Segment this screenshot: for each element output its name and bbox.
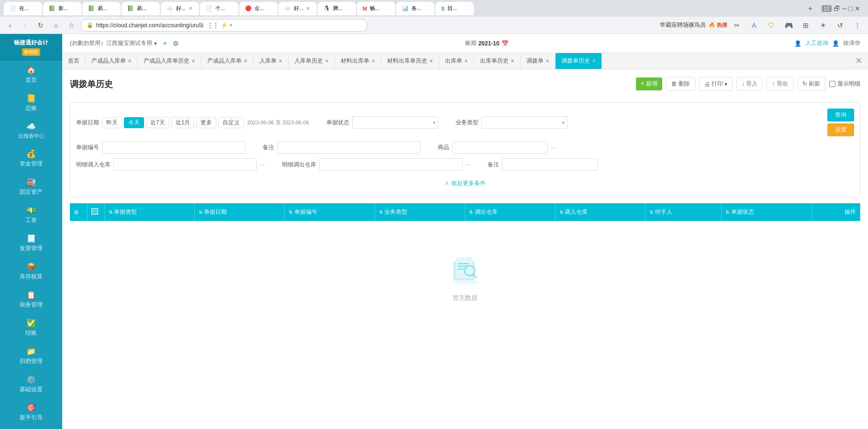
tab-close-8[interactable]: ✕ [306,6,310,11]
month-btn[interactable]: 近1月 [171,117,195,128]
browser-tab-3[interactable]: 📗 易... [82,2,121,15]
import-button[interactable]: ↓ 导入 [736,77,763,91]
tab-home[interactable]: 首页 [62,53,86,69]
window-icon[interactable]: 🗗 [834,5,840,12]
browser-tab-1[interactable]: 📄 在... [4,2,42,15]
custom-date-btn[interactable]: 自定义 [218,117,244,128]
undo-icon[interactable]: ↺ [834,19,847,32]
minimize-icon[interactable]: ─ [842,5,847,12]
browser-tab-8[interactable]: ☁️ 好... ✕ [278,2,317,15]
sort-out-warehouse-icon[interactable]: ⇅ [469,209,473,215]
today-btn[interactable]: 今天 [124,117,144,128]
goods-input[interactable] [452,141,548,154]
sort-biz-type-icon[interactable]: ⇅ [379,209,383,215]
filter-settings-button[interactable]: 设置 [827,123,854,136]
select-all-checkbox[interactable] [91,208,98,215]
tab-product-in2-close[interactable]: ✕ [244,58,247,64]
grid-icon[interactable]: ⊞ [799,19,812,32]
sort-bill-no-icon[interactable]: ⇅ [289,209,292,215]
tab-transfer[interactable]: 调拨单 ✕ [521,53,556,69]
export-button[interactable]: ↑ 导出 [767,77,793,91]
print-button[interactable]: 🖨 打印 ▾ [699,77,733,91]
tab-product-in-hist-close[interactable]: ✕ [191,58,195,64]
tab-in-hist-close[interactable]: ✕ [325,58,329,64]
tab-out-bill[interactable]: 出库单 ✕ [439,53,474,69]
new-tab-button[interactable]: + [804,3,816,14]
username[interactable]: 徐泽华 [843,39,860,47]
tab-in-bill[interactable]: 入库单 ✕ [254,53,289,69]
week-btn[interactable]: 近7天 [146,117,169,128]
th-check[interactable] [87,203,104,221]
close-browser-icon[interactable]: ✕ [855,5,860,12]
sidebar-item-ledger[interactable]: 📒 总账 [0,89,62,117]
company-selector[interactable]: (勿删勿禁用）江西服宝测试专用 ▾ [70,39,157,47]
tab-product-in-close[interactable]: ✕ [128,58,132,64]
browser-tab-6[interactable]: 📄 个... [200,2,238,15]
tab-out-hist[interactable]: 出库单历史 ✕ [474,53,521,69]
maximize-icon[interactable]: □ [849,5,853,12]
new-button[interactable]: + 新增 [636,77,662,90]
back-button[interactable]: ‹ [4,19,16,32]
collapse-button[interactable]: ∧ 收起更多条件 [445,177,485,189]
th-gear[interactable]: ⚙ [70,203,87,221]
sidebar-item-inventory[interactable]: 📦 库存核算 [0,257,62,286]
tab-material-out-hist-close[interactable]: ✕ [429,58,433,64]
bookmark-button[interactable]: ☆ [65,19,78,32]
refresh-button[interactable]: ↻ 刷新 [797,77,825,91]
show-all-checkbox[interactable] [829,81,835,87]
add-company-button[interactable]: + [163,39,167,48]
sidebar-item-member[interactable]: V 畅会员 [0,427,62,429]
warehouse-in-input[interactable] [113,158,257,171]
note-input[interactable] [502,158,598,171]
tab-in-bill-close[interactable]: ✕ [278,58,282,64]
home-button[interactable]: ⌂ [50,19,62,32]
warehouse-out-input[interactable] [319,158,463,171]
tab-product-in2[interactable]: 产成品入库单 ✕ [201,53,254,69]
shield-icon[interactable]: 🛡 [765,19,778,32]
tab-material-out-hist[interactable]: 材料出库单历史 ✕ [381,53,439,69]
cut-icon[interactable]: ✂ [730,19,744,32]
browser-tab-11[interactable]: 📊 各... [396,2,434,15]
forward-button[interactable]: › [19,19,32,32]
service-label[interactable]: 人工咨询 [805,39,828,47]
tab-material-out-close[interactable]: ✕ [371,58,375,64]
sort-handler-icon[interactable]: ⇅ [649,209,653,215]
warehouse-in-more-icon[interactable]: ··· [260,161,265,168]
tab-transfer-hist-close[interactable]: ✕ [592,58,596,64]
browser-tab-12[interactable]: S 目... [435,2,474,15]
remark-input[interactable] [277,141,421,154]
tab-out-bill-close[interactable]: ✕ [464,58,468,64]
game-icon[interactable]: 🎮 [782,19,795,32]
sidebar-item-invoice[interactable]: 🧾 发票管理 [0,229,62,257]
sidebar-item-settings[interactable]: ⚙️ 基础设置 [0,370,62,398]
browser-tab-10[interactable]: M 畅... [357,2,395,15]
tab-out-hist-close[interactable]: ✕ [511,58,514,64]
sidebar-item-fund[interactable]: 💰 资金管理 [0,144,62,173]
calendar-icon[interactable]: 📅 [501,40,509,47]
more-date-btn[interactable]: 更多 [196,117,216,128]
browser-tab-2[interactable]: 📗 新... [43,2,81,15]
warehouse-out-more-icon[interactable]: ··· [466,161,470,168]
sidebar-item-home[interactable]: 🏠 首页 [0,61,62,89]
sidebar-item-report[interactable]: ☁️ 云报表中心 [0,117,62,144]
address-input[interactable]: 🔒 https://cloud.chanjet.com/accounting/u… [80,19,367,32]
sidebar-item-asset[interactable]: 🏭 固定资产 [0,173,62,201]
tab-in-hist[interactable]: 入库单历史 ✕ [289,53,335,69]
sidebar-item-guide[interactable]: 🎯 新手引导 [0,398,62,427]
status-select[interactable] [352,116,438,129]
company-settings-icon[interactable]: ⚙ [173,40,179,47]
tab-product-in-hist[interactable]: 产成品入库单历史 ✕ [138,53,201,69]
reload-button[interactable]: ↻ [34,19,47,32]
tab-material-out[interactable]: 材料出库单 ✕ [335,53,381,69]
browser-tab-5[interactable]: ☁️ 好... ✕ [161,2,199,15]
sidebar-item-settle[interactable]: ✅ 结账 [0,314,62,342]
browser-tab-7[interactable]: 🔴 企... [239,2,278,15]
sidebar-item-tax[interactable]: 📋 税务管理 [0,286,62,314]
sort-icon[interactable]: ⇅ [109,209,112,215]
sidebar-item-archive[interactable]: 📁 归档管理 [0,342,62,370]
goods-more-icon[interactable]: ··· [551,144,556,151]
tab-transfer-close[interactable]: ✕ [545,58,549,64]
sort-in-warehouse-icon[interactable]: ⇅ [559,209,563,215]
yesterday-btn[interactable]: 昨天 [102,117,122,128]
tab-product-in[interactable]: 产成品入库单 ✕ [86,53,138,69]
